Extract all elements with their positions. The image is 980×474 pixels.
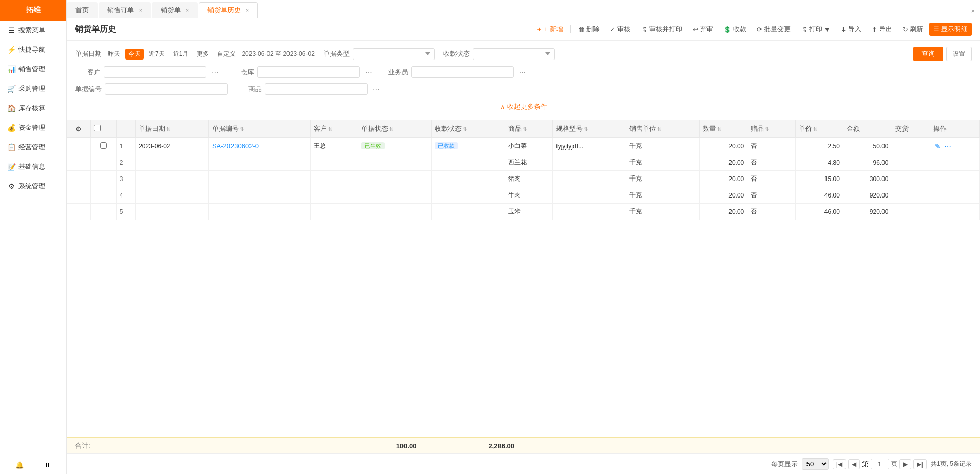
tab-close-sales-history[interactable]: ×: [246, 7, 249, 13]
sidebar-item-sales-mgmt[interactable]: 📊 销售管理: [0, 60, 66, 79]
td-doc-date: [136, 204, 209, 220]
customer-picker-icon[interactable]: ···: [209, 68, 220, 77]
salesperson-input[interactable]: [411, 66, 514, 78]
edit-action-icon[interactable]: ✎: [935, 142, 941, 150]
th-settings[interactable]: ⚙: [67, 120, 91, 138]
pause-icon[interactable]: ⏸: [44, 461, 51, 469]
tab-sales-history[interactable]: 销货单历史 ×: [199, 2, 258, 18]
print-button[interactable]: 🖨 打印 ▼: [797, 23, 835, 36]
sidebar-item-basic-info[interactable]: 📝 基础信息: [0, 157, 66, 176]
td-qty: 20.00: [699, 171, 747, 187]
th-unit[interactable]: 销售单位⇅: [626, 120, 700, 138]
notification-icon[interactable]: 🔔: [15, 461, 24, 469]
shortcut-custom[interactable]: 自定义: [214, 49, 239, 60]
audit-button[interactable]: ✓ 审核: [606, 23, 635, 36]
th-customer[interactable]: 客户⇅: [311, 120, 358, 138]
filter-area: 单据日期 昨天 今天 近7天 近1月 更多 自定义 2023-06-02 至 2…: [67, 41, 980, 120]
td-qty: 20.00: [699, 187, 747, 204]
page-last-button[interactable]: ▶|: [913, 459, 927, 469]
td-gift: 否: [747, 204, 795, 220]
collect-button[interactable]: 💲 收款: [719, 23, 751, 36]
shortcut-yesterday[interactable]: 昨天: [105, 49, 123, 60]
th-collect-status[interactable]: 收款状态⇅: [432, 120, 505, 138]
tab-close-sales-delivery[interactable]: ×: [186, 7, 189, 13]
more-action-icon[interactable]: ⋯: [944, 142, 951, 150]
salesperson-picker-icon[interactable]: ···: [517, 68, 528, 77]
page-next-button[interactable]: ▶: [899, 459, 911, 469]
toolbar: ＋ + 新增 🗑 删除 ✓ 审核 🖨 审核并打印 ↩: [532, 23, 972, 36]
audit-print-button[interactable]: 🖨 审核并打印: [637, 23, 686, 36]
doc-no-input[interactable]: [105, 83, 228, 95]
td-customer: [311, 204, 358, 220]
tab-sales-order[interactable]: 销售订单 ×: [99, 2, 151, 18]
import-button[interactable]: ⬇ 导入: [837, 23, 866, 36]
sidebar-bottom: 🔔 ⏸: [0, 456, 66, 474]
abandon-button[interactable]: ↩ 弃审: [688, 23, 717, 36]
shortcut-1month[interactable]: 近1月: [170, 49, 192, 60]
page-first-button[interactable]: |◀: [833, 459, 846, 469]
query-button[interactable]: 查询: [913, 47, 943, 61]
sidebar-item-operation[interactable]: 📋 经营管理: [0, 137, 66, 157]
select-all-checkbox[interactable]: [94, 125, 101, 131]
th-goods[interactable]: 商品⇅: [505, 120, 553, 138]
td-doc-no: [208, 171, 310, 187]
new-button[interactable]: ＋ + 新增: [532, 23, 567, 36]
td-collect-status: [432, 171, 505, 187]
batch-change-button[interactable]: ⟳ 批量变更: [753, 23, 795, 36]
customer-input[interactable]: [104, 66, 206, 78]
collect-status-select[interactable]: [473, 48, 555, 60]
filter-actions: 查询 设置: [913, 47, 972, 61]
th-doc-status[interactable]: 单据状态⇅: [358, 120, 432, 138]
td-goods: 牛肉: [505, 187, 553, 204]
sidebar-item-quick-nav[interactable]: ⚡ 快捷导航: [0, 40, 66, 60]
collapse-button[interactable]: ∧ 收起更多条件: [75, 100, 972, 113]
filter-goods: 商品 ···: [236, 83, 381, 95]
sidebar-item-label: 采购管理: [18, 84, 45, 93]
goods-picker-icon[interactable]: ···: [371, 85, 381, 94]
basic-info-icon: 📝: [7, 163, 15, 171]
page-number-input[interactable]: [871, 459, 889, 469]
sidebar-item-label: 经营管理: [18, 143, 45, 152]
sidebar-item-inventory[interactable]: 🏠 库存核算: [0, 98, 66, 118]
shortcut-more[interactable]: 更多: [194, 49, 212, 60]
delete-icon: 🗑: [578, 26, 585, 33]
th-doc-date[interactable]: 单据日期⇅: [136, 120, 209, 138]
goods-input[interactable]: [265, 83, 368, 95]
sidebar-item-purchase-mgmt[interactable]: 🛒 采购管理: [0, 79, 66, 98]
shortcut-7days[interactable]: 近7天: [146, 49, 168, 60]
th-unit-price[interactable]: 单价⇅: [795, 120, 843, 138]
tab-home[interactable]: 首页: [67, 2, 98, 18]
filter-row-3: 单据编号 商品 ···: [75, 83, 972, 95]
warehouse-input[interactable]: [257, 66, 360, 78]
delete-button[interactable]: 🗑 删除: [574, 23, 604, 36]
export-button[interactable]: ⬆ 导出: [868, 23, 896, 36]
sidebar-item-label: 库存核算: [18, 104, 45, 113]
set-button[interactable]: 设置: [946, 47, 972, 61]
th-gift[interactable]: 赠品⇅: [747, 120, 795, 138]
sidebar-logo: 拓维: [0, 0, 66, 21]
th-spec[interactable]: 规格型号⇅: [553, 120, 626, 138]
td-seq: 3: [116, 171, 135, 187]
shortcut-today[interactable]: 今天: [125, 49, 144, 60]
th-qty[interactable]: 数量⇅: [699, 120, 747, 138]
sidebar-item-finance[interactable]: 💰 资金管理: [0, 118, 66, 137]
doc-no-link[interactable]: SA-20230602-0: [212, 142, 259, 150]
row-checkbox[interactable]: [100, 142, 107, 149]
refresh-button[interactable]: ↻ 刷新: [898, 23, 927, 36]
date-range-display: 2023-06-02 至 2023-06-02: [242, 50, 314, 58]
close-all-tabs[interactable]: ×: [966, 4, 980, 18]
page-unit-label: 页: [891, 460, 897, 468]
warehouse-picker-icon[interactable]: ···: [363, 68, 374, 77]
sidebar-item-search-menu[interactable]: ☰ 搜索菜单: [0, 21, 66, 40]
th-trade: 交货: [892, 120, 930, 138]
page-size-select[interactable]: 50 100 200: [802, 458, 829, 470]
page-prev-button[interactable]: ◀: [848, 459, 860, 469]
td-goods: 小白菜: [505, 138, 553, 154]
display-detail-button[interactable]: ☰ 显示明细: [929, 23, 972, 36]
tab-close-sales-order[interactable]: ×: [139, 7, 142, 13]
doc-type-select[interactable]: [353, 48, 435, 60]
th-doc-no[interactable]: 单据编号⇅: [208, 120, 310, 138]
settings-icon[interactable]: ⚙: [75, 125, 82, 133]
sidebar-item-system-mgmt[interactable]: ⚙ 系统管理: [0, 176, 66, 196]
tab-sales-delivery[interactable]: 销货单 ×: [152, 2, 198, 18]
